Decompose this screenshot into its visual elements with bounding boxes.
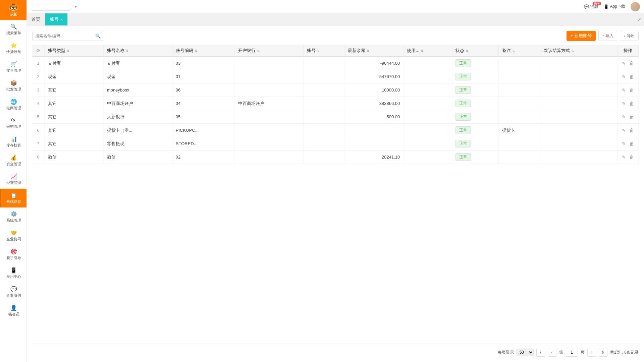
edit-icon-0[interactable]: ✎ (622, 61, 626, 66)
edit-icon-4[interactable]: ✎ (622, 114, 626, 120)
tab-minimize-button[interactable]: — (631, 17, 636, 22)
message-icon: 💬 (584, 4, 589, 9)
cell-name-2: moneybosx (103, 83, 172, 97)
cell-index-1: 2 (32, 70, 44, 83)
edit-icon-7[interactable]: ✎ (622, 155, 626, 160)
ecommerce-icon: 🌐 (10, 99, 17, 105)
system-icon: ⚙️ (10, 211, 17, 217)
retail-icon: 🛒 (10, 61, 17, 67)
search-input[interactable] (33, 31, 93, 41)
app-download-button[interactable]: 📱 App下载 (604, 4, 625, 9)
export-button[interactable]: ↓ 导出 (620, 31, 639, 41)
cell-usage-2 (404, 83, 452, 97)
top-search-input[interactable] (31, 3, 71, 11)
edit-icon-5[interactable]: ✎ (622, 128, 626, 133)
cell-remark-1 (498, 70, 540, 83)
search-button[interactable]: 🔍 (93, 31, 103, 41)
member-icon: 👤 (10, 305, 17, 311)
delete-icon-3[interactable]: 🗑 (629, 101, 634, 106)
delete-icon-6[interactable]: 🗑 (629, 141, 634, 146)
cell-balance-0: -90444.00 (344, 57, 404, 70)
delete-icon-7[interactable]: 🗑 (629, 155, 634, 160)
sidebar-item-system[interactable]: ⚙️ 系统管理 (0, 207, 26, 226)
per-page-label: 每页显示 (498, 350, 514, 355)
cell-name-5: 提货卡（零... (103, 124, 172, 137)
sidebar-item-shortcut[interactable]: ⭐ 快捷导航 (0, 39, 26, 58)
wechat-icon: 💬 (10, 286, 17, 292)
basic-icon: 📋 (10, 192, 17, 198)
delete-icon-4[interactable]: 🗑 (629, 114, 634, 120)
edit-icon-6[interactable]: ✎ (622, 141, 626, 146)
cell-actions-4: ✎ 🗑 (618, 110, 639, 124)
col-usage: 使用...⇅ (404, 45, 452, 57)
sidebar-item-enterprise[interactable]: 🤝 企业协同 (0, 226, 26, 245)
enterprise-icon: 🤝 (10, 230, 17, 236)
col-actions: 操作 (618, 45, 639, 57)
cell-bank-6 (234, 137, 303, 150)
edit-icon-3[interactable]: ✎ (622, 101, 626, 106)
tab-maximize-button[interactable]: ⤢ (637, 17, 641, 22)
cell-usage-0 (404, 57, 452, 70)
dropdown-arrow-icon[interactable]: ▼ (74, 4, 78, 9)
table-row: 3 其它 moneybosx 06 10000.00 正常 ✎ 🗑 (32, 83, 639, 97)
cell-bank-4 (234, 110, 303, 124)
finance-icon: 💰 (10, 155, 17, 161)
tab-home[interactable]: 首页 (27, 13, 45, 25)
cell-name-3: 中百商场账户 (103, 97, 172, 110)
delete-icon-1[interactable]: 🗑 (629, 74, 634, 79)
inventory-icon: 📊 (10, 136, 17, 142)
cell-status-4: 正常 (452, 110, 499, 124)
cell-type-6: 其它 (44, 137, 103, 150)
sidebar-item-appstore[interactable]: 📱 应用中心 (0, 264, 26, 283)
cell-bank-2 (234, 83, 303, 97)
cell-settlement-3 (540, 97, 618, 110)
table-header: ⚙ 账号类型⇅ 账号名称⇅ 账号编码⇅ 开户银行⇅ 账号⇅ 最新余额⇅ 使用..… (32, 45, 639, 57)
tab-controls: — ⤢ (631, 17, 644, 22)
cell-settlement-2 (540, 83, 618, 97)
cell-remark-3 (498, 97, 540, 110)
sidebar-item-inventory[interactable]: 📊 库存核算 (0, 132, 26, 151)
page-prev-button[interactable]: ‹ (548, 348, 556, 357)
sidebar-item-search[interactable]: 🔍 搜索菜单 (0, 20, 26, 39)
delete-icon-0[interactable]: 🗑 (629, 61, 634, 66)
page-next-button[interactable]: › (587, 348, 596, 357)
sidebar-item-wholesale[interactable]: 📦 批发管理 (0, 76, 26, 95)
sidebar-item-ecommerce[interactable]: 🌐 电商管理 (0, 95, 26, 114)
sidebar-item-operations[interactable]: 📈 经营管理 (0, 170, 26, 189)
cell-account-3 (303, 97, 344, 110)
cell-remark-6 (498, 137, 540, 150)
cell-index-7: 8 (32, 150, 44, 164)
sidebar-item-wechat[interactable]: 💬 企业微信 (0, 283, 26, 301)
import-button[interactable]: ↑ 导入 (598, 31, 617, 41)
sidebar-item-retail[interactable]: 🛒 零售管理 (0, 58, 26, 76)
table-row: 8 微信 微信 02 28241.10 正常 ✎ 🗑 (32, 150, 639, 164)
tab-account[interactable]: 账号 × (45, 13, 68, 25)
cell-type-5: 其它 (44, 124, 103, 137)
edit-icon-2[interactable]: ✎ (622, 87, 626, 93)
add-account-button[interactable]: + 新增账号 (567, 31, 596, 41)
page-input[interactable] (566, 348, 578, 357)
sidebar-item-purchase[interactable]: 🛍 采购管理 (0, 114, 26, 132)
edit-icon-1[interactable]: ✎ (622, 74, 626, 79)
page-last-button[interactable]: ⟫ (599, 348, 607, 357)
sidebar-logo: 🐯 乐版 (0, 0, 26, 20)
sidebar-item-basic[interactable]: 📋 基础信息 (0, 189, 26, 207)
sidebar-item-guide[interactable]: 🎯 新手引导 (0, 245, 26, 264)
sidebar-item-member[interactable]: 👤 畅会员 (0, 301, 26, 320)
cell-balance-5 (344, 124, 404, 137)
tab-account-close[interactable]: × (61, 17, 63, 21)
cell-type-3: 其它 (44, 97, 103, 110)
message-button[interactable]: 💬 消息 99+ (584, 4, 598, 9)
settings-gear-icon[interactable]: ⚙ (36, 48, 40, 53)
delete-icon-5[interactable]: 🗑 (629, 128, 634, 133)
per-page-select[interactable]: 50 100 200 (517, 349, 534, 356)
message-badge: 99+ (593, 2, 601, 5)
sidebar-item-finance[interactable]: 💰 资金管理 (0, 151, 26, 170)
app-version: 乐版 (10, 12, 17, 17)
total-pages-label: 共1页，8条记录 (610, 350, 639, 355)
page-first-button[interactable]: ⟪ (536, 348, 545, 357)
avatar[interactable] (631, 2, 640, 11)
delete-icon-2[interactable]: 🗑 (629, 87, 634, 93)
cell-actions-0: ✎ 🗑 (618, 57, 639, 70)
cell-code-2: 06 (172, 83, 234, 97)
